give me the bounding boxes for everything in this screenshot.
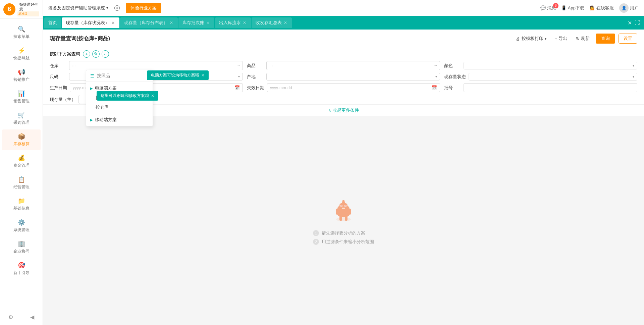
export-btn[interactable]: ↑ 导出 (552, 34, 570, 43)
sidebar-item-newbie[interactable]: 🎯 新手引导 (2, 258, 41, 279)
settings-button[interactable]: 设置 (619, 34, 637, 44)
tooltip-scheme-edit: 这里可以创建和修改方案哦 ✕ (97, 91, 158, 101)
step-2-text: 用过滤条件来缩小分析范围 (322, 239, 374, 245)
sidebar: 6 畅捷通好生意 标准版 🔍 搜索菜单 ⚡ 快捷导航 📢 营销推广 📊 销售管理… (0, 0, 43, 325)
goods-select-arrow: ⋯ (434, 64, 437, 67)
scheme-group-mobile-toggle[interactable]: ▶ 移动端方案 (86, 115, 153, 125)
sidebar-item-purchase[interactable]: 🛒 采购管理 (2, 108, 41, 129)
filter-field-color: 颜色 ▾ (444, 62, 637, 69)
stock-status-select[interactable]: ▾ (469, 73, 637, 80)
scheme-expand-icon-mobile: ▶ (90, 118, 93, 122)
sidebar-item-operations[interactable]: 📋 经营管理 (2, 172, 41, 193)
expiry-date-input[interactable]: yyyy-mm-dd 📅 (267, 83, 440, 92)
app-label: App下载 (568, 5, 584, 11)
sidebar-item-search[interactable]: 🔍 搜索菜单 (2, 22, 41, 43)
refresh-label: 刷新 (581, 36, 590, 42)
tab-inventory-dist-close[interactable]: ✕ (169, 20, 174, 25)
sidebar-item-basic[interactable]: 📁 基础信息 (2, 194, 41, 215)
avatar-icon: 👤 (622, 6, 627, 10)
main-container: 装备及固定资产辅助管理系统 ▾ 体验行业方案 💬 消息 6 📱 App下载 💁 … (43, 0, 644, 325)
tab-inout-flow[interactable]: 出入库流水 ✕ (215, 17, 251, 28)
tooltip-scheme-edit-close[interactable]: ✕ (151, 94, 154, 98)
svg-point-0 (336, 217, 351, 221)
batch-input[interactable] (464, 83, 637, 92)
color-select-arrow: ▾ (633, 64, 634, 67)
svg-rect-11 (345, 217, 347, 221)
message-btn[interactable]: 💬 消息 6 (540, 5, 556, 11)
sidebar-item-system[interactable]: ⚙️ 系统管理 (2, 215, 41, 236)
collapse-sidebar-btn[interactable]: ◀ (29, 313, 36, 322)
tab-inventory-batch-close[interactable]: ✕ (206, 20, 210, 25)
sidebar-label-sales: 销售管理 (13, 98, 30, 104)
tab-close-all-btn[interactable]: ✕ (628, 20, 632, 26)
sidebar-item-finance[interactable]: 💰 资金管理 (2, 151, 41, 172)
tooltip-scheme-mobile-text: 电脑方案可设为移动方案哦 (151, 72, 199, 78)
tab-inventory-dist[interactable]: 现存量（库存分布表） ✕ (120, 17, 178, 28)
scheme-expand-icon-pc: ▶ (90, 87, 93, 90)
sidebar-item-enterprise[interactable]: 🏢 企业协同 (2, 237, 41, 258)
tab-fullscreen-btn[interactable]: ⛶ (635, 20, 640, 26)
empty-illustration (330, 197, 357, 223)
back-scheme-btn[interactable]: ← (102, 50, 109, 58)
tab-bar-right: ✕ ⛶ (628, 20, 643, 26)
sidebar-item-guide[interactable]: ⚡ 快捷导航 (2, 44, 41, 64)
logo-icon: 6 (3, 3, 15, 15)
guide-icon: ⚡ (18, 47, 25, 54)
print-dropdown-icon: ▾ (545, 37, 546, 41)
svg-rect-7 (342, 208, 345, 209)
warehouse-select[interactable]: ··· ⋯ (69, 61, 243, 70)
sidebar-footer: ⚙ ◀ (0, 309, 43, 325)
calendar-icon-prod: 📅 (234, 85, 240, 90)
search-icon: 🔍 (18, 25, 25, 33)
system-title: 装备及固定资产辅助管理系统 (48, 5, 105, 11)
size-label: 尺码 (50, 74, 66, 80)
logo-badge: 标准版 (17, 11, 39, 16)
export-icon: ↑ (555, 36, 557, 41)
tab-receipt-summary[interactable]: 收发存汇总表 ✕ (252, 17, 292, 28)
color-select[interactable]: ▾ (464, 62, 637, 69)
user-btn[interactable]: 👤 用户 (619, 3, 639, 13)
tooltip-scheme-edit-text: 这里可以创建和修改方案哦 (101, 93, 149, 99)
svg-rect-8 (336, 209, 338, 215)
tooltip-scheme-mobile-close[interactable]: ✕ (201, 73, 205, 78)
marketing-icon: 📢 (18, 68, 25, 76)
svg-rect-10 (339, 217, 342, 221)
basic-icon: 📁 (18, 197, 25, 205)
tab-inventory-batch[interactable]: 库存批次账 ✕ (178, 17, 214, 28)
industry-plan-button[interactable]: 体验行业方案 (126, 3, 161, 13)
scheme-item-by-warehouse[interactable]: 按仓库 (86, 103, 153, 112)
logo-area: 6 畅捷通好生意 标准版 (0, 0, 43, 19)
tab-inventory-status-close[interactable]: ✕ (111, 20, 115, 25)
tab-inventory-batch-label: 库存批次账 (182, 20, 204, 26)
warehouse-select-arrow: ⋯ (236, 64, 240, 67)
sidebar-item-sales[interactable]: 📊 销售管理 (2, 87, 41, 107)
settings-gear-btn[interactable] (112, 3, 122, 13)
sidebar-label-marketing: 营销推广 (13, 77, 30, 83)
refresh-btn[interactable]: ↻ 刷新 (573, 34, 592, 43)
expiry-date-placeholder: yyyy-mm-dd (270, 86, 292, 90)
sidebar-item-inventory[interactable]: 📦 库存核算 (2, 129, 41, 150)
online-service-btn[interactable]: 💁 在线客服 (590, 5, 614, 11)
print-btn[interactable]: 🖨 按模板打印 ▾ (513, 34, 549, 43)
service-icon: 💁 (590, 5, 595, 10)
newbie-icon: 🎯 (18, 262, 25, 269)
tab-inout-flow-close[interactable]: ✕ (242, 20, 247, 25)
sidebar-nav: 🔍 搜索菜单 ⚡ 快捷导航 📢 营销推广 📊 销售管理 🛒 采购管理 📦 库存核… (0, 19, 43, 309)
add-scheme-btn[interactable]: + (83, 50, 90, 58)
user-avatar: 👤 (619, 3, 629, 13)
tab-home[interactable]: 首页 (44, 17, 61, 28)
goods-select[interactable]: ··· ⋯ (266, 61, 440, 70)
header-right: 💬 消息 6 📱 App下载 💁 在线客服 👤 用户 (540, 3, 639, 13)
edit-scheme-btn[interactable]: ✎ (92, 50, 100, 58)
app-download-btn[interactable]: 📱 App下载 (561, 5, 584, 11)
tab-receipt-summary-close[interactable]: ✕ (283, 20, 288, 25)
tab-inout-flow-label: 出入库流水 (219, 20, 241, 26)
settings-footer-btn[interactable]: ⚙ (7, 313, 14, 322)
tab-inventory-status[interactable]: 现存量（库存状况表） ✕ (62, 17, 119, 28)
expiry-date-label: 失效日期 (247, 85, 264, 91)
query-button[interactable]: 查询 (596, 34, 615, 44)
origin-select[interactable]: ▾ (266, 73, 440, 80)
sidebar-item-marketing[interactable]: 📢 营销推广 (2, 65, 41, 86)
system-title-dropdown[interactable]: 装备及固定资产辅助管理系统 ▾ (48, 5, 108, 11)
sidebar-label-enterprise: 企业协同 (13, 249, 30, 254)
